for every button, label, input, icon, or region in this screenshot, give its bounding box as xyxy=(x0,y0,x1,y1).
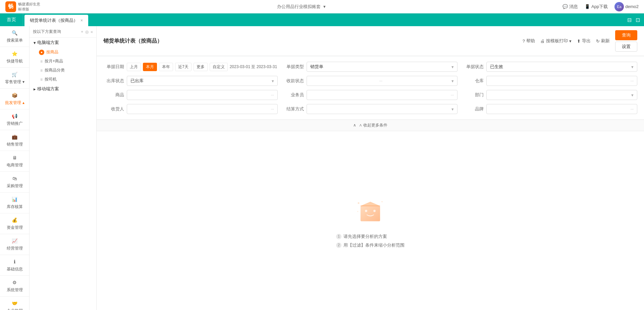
date-btn-7days[interactable]: 近7天 xyxy=(175,63,192,71)
svg-point-5 xyxy=(358,202,360,204)
department-control[interactable]: ▾ xyxy=(486,90,637,100)
date-btn-this-month[interactable]: 本月 xyxy=(143,63,157,71)
product-label: 商品 xyxy=(103,92,127,98)
settings-button[interactable]: 设置 xyxy=(615,42,637,52)
header-right: 💬 消息 📱 App下载 Ea demo2 xyxy=(562,2,639,11)
app-download-button[interactable]: 📱 App下载 xyxy=(585,4,608,10)
empty-step-1: 1 请先选择要分析的方案 xyxy=(336,232,405,241)
tree-item-by-cashier[interactable]: ≡ 按司机 xyxy=(30,75,96,84)
date-btn-last-month[interactable]: 上月 xyxy=(127,63,141,71)
search-icon: 🔍 xyxy=(1,30,28,37)
brand-control[interactable]: ··· xyxy=(486,104,637,114)
sidebar-item-ecommerce[interactable]: 🖥 电商管理 xyxy=(0,151,29,172)
tab-sales-stats[interactable]: 销货单统计表（按商品） × xyxy=(24,15,88,26)
main-layout: 🔍 搜索菜单 ⭐ 快捷导航 🛒 零售管理 ▾ 📦 批发管理 ▴ 📢 营销推广 xyxy=(0,26,644,310)
page-actions: ? 帮助 🖨 按模板打印 ▾ ⬆ 导出 ↻ xyxy=(523,30,637,56)
sidebar-item-marketing[interactable]: 📢 营销推广 xyxy=(0,109,29,130)
tree-item-by-month-product[interactable]: ≡ 按月+商品 xyxy=(30,57,96,66)
salesperson-label: 业务员 xyxy=(283,92,307,98)
message-button[interactable]: 💬 消息 xyxy=(562,4,578,10)
chevron-icon: ▾ xyxy=(22,79,24,85)
refresh-button[interactable]: ↻ 刷新 xyxy=(596,38,610,44)
payment-status-dots-icon: ··· xyxy=(379,79,382,83)
settings-plan-icon[interactable]: ◎ xyxy=(85,30,89,34)
receiver-control[interactable]: ··· xyxy=(127,104,278,114)
sales-icon: 💼 xyxy=(1,134,28,141)
doc-type-label: 单据类型 xyxy=(283,64,307,70)
tab-window-controls: ⊟ ⊡ xyxy=(627,17,644,23)
export-button[interactable]: ⬆ 导出 xyxy=(577,38,591,44)
page-content: 销货单统计表（按商品） ? 帮助 🖨 按模板打印 ▾ ⬆ xyxy=(97,26,644,310)
tab-home[interactable]: 首页 xyxy=(0,13,23,26)
export-icon: ⬆ xyxy=(577,39,581,44)
template-print-button[interactable]: 🖨 按模板打印 ▾ xyxy=(540,38,572,44)
tab-close-icon[interactable]: × xyxy=(80,18,83,23)
sidebar-item-search-menu[interactable]: 🔍 搜索菜单 xyxy=(0,26,29,47)
page-header: 销货单统计表（按商品） ? 帮助 🖨 按模板打印 ▾ ⬆ xyxy=(97,26,644,56)
user-avatar[interactable]: Ea demo2 xyxy=(614,2,639,11)
doc-icon: ≡ xyxy=(40,59,43,64)
doc-status-control[interactable]: 已生效 ▾ xyxy=(486,62,637,72)
sidebar-item-wholesale[interactable]: 📦 批发管理 ▴ xyxy=(0,89,29,109)
empty-illustration xyxy=(354,192,387,225)
filter-payment-status: 收款状态 ··· ▾ xyxy=(283,76,458,86)
collapse-bar[interactable]: ∧ ∧ 收起更多条件 xyxy=(97,120,644,131)
filter-department: 部门 ▾ xyxy=(463,90,637,100)
date-btn-more[interactable]: 更多 xyxy=(194,63,208,71)
settlement-control[interactable]: ▾ xyxy=(307,104,458,114)
date-range-display: 2023-03-01 至 2023-03-31 xyxy=(230,64,277,70)
sidebar-item-purchase[interactable]: 🛍 采购管理 xyxy=(0,172,29,193)
marketing-icon: 📢 xyxy=(1,113,28,120)
chevron-down-icon: ▾ xyxy=(323,4,326,9)
sidebar-item-operations[interactable]: 📈 经营管理 xyxy=(0,234,29,255)
collapse-icon: ∧ xyxy=(353,123,356,127)
date-btn-this-year[interactable]: 本年 xyxy=(159,63,173,71)
minimize-icon[interactable]: ⊟ xyxy=(627,17,632,23)
tree-section-desktop[interactable]: ▾ 电脑端方案 xyxy=(30,38,96,48)
sidebar-item-system[interactable]: ⚙ 系统管理 xyxy=(0,276,29,297)
retail-icon: 🛒 xyxy=(1,71,28,78)
add-plan-icon[interactable]: + xyxy=(81,30,83,34)
wholesale-icon: 📦 xyxy=(1,92,28,99)
date-btn-custom[interactable]: 自定义 xyxy=(210,63,228,71)
help-icon: ? xyxy=(523,39,525,44)
svg-rect-0 xyxy=(361,206,380,221)
sidebar-item-enterprise[interactable]: 🤝 企业协同 xyxy=(0,297,29,310)
logo-icon: 畅 xyxy=(5,1,16,12)
left-panel-icons: + ◎ « xyxy=(81,30,93,34)
filter-doc-status: 单据状态 已生效 ▾ xyxy=(463,62,637,72)
sidebar-item-basic[interactable]: ℹ 基础信息 xyxy=(0,255,29,276)
tree-item-by-product[interactable]: ● 按商品 xyxy=(30,48,96,57)
product-dots-icon: ··· xyxy=(271,93,274,97)
tree-item-by-category[interactable]: ≡ 按商品分类 xyxy=(30,66,96,75)
sidebar-item-inventory[interactable]: 📊 库存核算 xyxy=(0,193,29,213)
product-control[interactable]: ··· xyxy=(127,90,278,100)
sidebar-item-retail[interactable]: 🛒 零售管理 ▾ xyxy=(0,68,29,89)
department-arrow-icon: ▾ xyxy=(631,93,634,98)
tree-section-mobile[interactable]: ▸ 移动端方案 xyxy=(30,84,96,94)
collapse-panel-icon[interactable]: « xyxy=(91,30,93,34)
help-button[interactable]: ? 帮助 xyxy=(523,38,535,44)
doc-type-control[interactable]: 销货单 ▾ xyxy=(307,62,458,72)
filter-settlement: 结算方式 ▾ xyxy=(283,104,458,114)
out-status-control[interactable]: 已出库 ▾ xyxy=(127,76,278,86)
department-label: 部门 xyxy=(463,92,486,98)
filter-row-4: 收货人 ··· 结算方式 ▾ xyxy=(103,104,637,114)
print-icon: 🖨 xyxy=(540,39,545,44)
maximize-icon[interactable]: ⊡ xyxy=(636,17,640,23)
payment-status-control[interactable]: ··· ▾ xyxy=(307,76,458,86)
receiver-label: 收货人 xyxy=(103,106,127,112)
top-header: 畅 畅捷通好生意 标准版 办公用品行业模拟账套 ▾ 💬 消息 📱 App下载 E… xyxy=(0,0,644,13)
warehouse-control[interactable]: ··· xyxy=(486,76,637,86)
out-status-label: 出库状态 xyxy=(103,78,127,84)
sidebar-item-finance[interactable]: 💰 资金管理 xyxy=(0,213,29,234)
step-num-2: 2 xyxy=(336,243,341,248)
account-selector[interactable]: 办公用品行业模拟账套 ▾ xyxy=(277,4,326,10)
tab-bar: 首页 销货单统计表（按商品） × ⊟ ⊡ xyxy=(0,13,644,26)
sidebar-item-quick-nav[interactable]: ⭐ 快捷导航 xyxy=(0,47,29,68)
salesperson-dots-icon: ··· xyxy=(451,93,454,97)
query-button[interactable]: 查询 xyxy=(615,30,637,40)
salesperson-control[interactable]: ··· xyxy=(307,90,458,100)
sidebar-item-sales[interactable]: 💼 销售管理 xyxy=(0,130,29,151)
content-area: 按以下方案查询 + ◎ « ▾ 电脑端方案 ● 按商品 xyxy=(30,26,644,310)
